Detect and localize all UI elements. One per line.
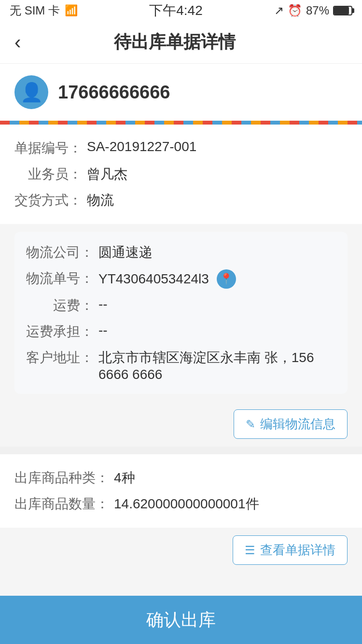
- logistics-tracking-row: 物流单号： YT43064053424l3 📍: [26, 269, 336, 289]
- order-info-section: 单据编号： SA-20191227-001 业务员： 曾凡杰 交货方式： 物流: [0, 125, 362, 224]
- order-no-row: 单据编号： SA-20191227-001: [14, 139, 348, 157]
- map-pin-icon: 📍: [220, 273, 233, 285]
- confirm-btn-container[interactable]: 确认出库: [0, 596, 362, 644]
- nav-bar: ‹ 待出库单据详情: [0, 21, 362, 64]
- stats-section: 出库商品种类： 4种 出库商品数量： 14.620000000000001件: [0, 454, 362, 528]
- track-location-icon[interactable]: 📍: [217, 269, 236, 289]
- status-bar-time: 下午4:42: [149, 1, 203, 20]
- back-button[interactable]: ‹: [14, 31, 21, 53]
- status-bar-right: ↗ ⏰ 87%: [274, 4, 352, 17]
- logistics-company-label: 物流公司：: [26, 243, 94, 262]
- confirm-btn-text: 确认出库: [146, 608, 216, 632]
- product-type-value: 4种: [114, 469, 348, 487]
- product-type-row: 出库商品种类： 4种: [14, 469, 348, 487]
- product-type-label: 出库商品种类：: [14, 469, 109, 487]
- view-detail-label: 查看单据详情: [260, 542, 335, 559]
- edit-icon: ✎: [246, 418, 255, 431]
- view-detail-section: ☰ 查看单据详情: [0, 528, 362, 565]
- view-detail-button[interactable]: ☰ 查看单据详情: [233, 535, 348, 565]
- edit-logistics-label: 编辑物流信息: [260, 416, 335, 433]
- order-no-value: SA-20191227-001: [87, 139, 348, 154]
- order-no-label: 单据编号：: [14, 139, 82, 157]
- logistics-company-row: 物流公司： 圆通速递: [26, 243, 336, 262]
- logistics-card: 物流公司： 圆通速递 物流单号： YT43064053424l3 📍 运费： -…: [14, 232, 348, 394]
- avatar: 👤: [14, 75, 48, 109]
- location-icon: ↗: [274, 4, 284, 17]
- product-count-row: 出库商品数量： 14.620000000000001件: [14, 495, 348, 513]
- list-icon: ☰: [245, 544, 255, 557]
- sales-person-value: 曾凡杰: [87, 165, 348, 183]
- address-row: 客户地址： 北京市市辖区海淀区永丰南 张，156 6666 6666: [26, 349, 336, 382]
- product-count-value: 14.620000000000001件: [114, 495, 348, 513]
- customer-section: 👤 17666666666: [0, 64, 362, 121]
- alarm-icon: ⏰: [288, 4, 302, 17]
- dashed-separator: [0, 121, 362, 125]
- address-label: 客户地址：: [26, 349, 94, 367]
- address-value: 北京市市辖区海淀区永丰南 张，156 6666 6666: [98, 349, 336, 382]
- logistics-tracking-label: 物流单号：: [26, 269, 94, 288]
- battery-percentage: 87%: [306, 4, 329, 17]
- avatar-icon: 👤: [20, 82, 43, 103]
- delivery-label: 交货方式：: [14, 191, 82, 210]
- delivery-value: 物流: [87, 191, 348, 210]
- page-title: 待出库单据详情: [30, 30, 319, 54]
- freight-row: 运费： --: [26, 296, 336, 315]
- logistics-tracking-row-inner: YT43064053424l3 📍: [98, 269, 236, 289]
- delivery-row: 交货方式： 物流: [14, 191, 348, 210]
- customer-phone: 17666666666: [58, 82, 170, 103]
- edit-logistics-button[interactable]: ✎ 编辑物流信息: [234, 409, 348, 439]
- wifi-icon: 📶: [65, 4, 78, 17]
- freight-value: --: [98, 296, 336, 312]
- sales-person-row: 业务员： 曾凡杰: [14, 165, 348, 183]
- logistics-company-value: 圆通速递: [98, 243, 336, 262]
- freight-bear-value: --: [98, 322, 336, 338]
- status-bar-left: 无 SIM 卡 📶: [10, 3, 78, 18]
- edit-section: ✎ 编辑物流信息: [0, 402, 362, 447]
- status-bar: 无 SIM 卡 📶 下午4:42 ↗ ⏰ 87%: [0, 0, 362, 21]
- freight-label: 运费：: [26, 296, 94, 315]
- sales-person-label: 业务员：: [14, 165, 82, 183]
- product-count-label: 出库商品数量：: [14, 495, 109, 513]
- freight-bear-row: 运费承担： --: [26, 322, 336, 341]
- freight-bear-label: 运费承担：: [26, 322, 94, 341]
- logistics-tracking-value: YT43064053424l3: [98, 271, 209, 287]
- section-divider: [0, 447, 362, 454]
- battery-icon: [333, 6, 352, 15]
- carrier-text: 无 SIM 卡: [10, 3, 60, 18]
